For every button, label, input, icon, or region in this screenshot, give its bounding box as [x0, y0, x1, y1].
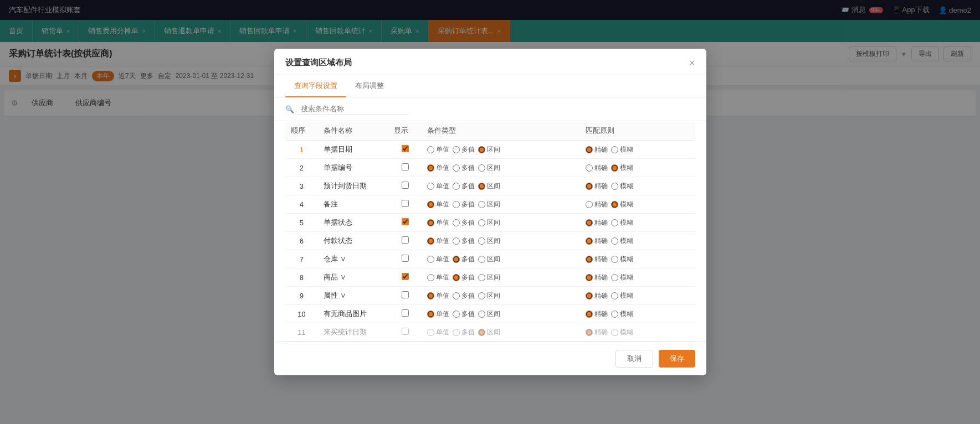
search-input[interactable] [297, 103, 408, 115]
modal-tabs: 查询字段设置 布局调整 [274, 75, 706, 97]
modal-search-area: 🔍 [274, 97, 706, 121]
tab-query-fields[interactable]: 查询字段设置 [285, 75, 346, 97]
modal-overlay: 设置查询区域布局 × 查询字段设置 布局调整 🔍 顺序 条件名称 [0, 0, 980, 121]
search-icon: 🔍 [285, 105, 294, 113]
modal-header: 设置查询区域布局 × [274, 49, 706, 75]
modal-close-button[interactable]: × [689, 58, 695, 68]
tab-layout-adjust[interactable]: 布局调整 [346, 75, 393, 97]
modal-title: 设置查询区域布局 [285, 58, 352, 68]
settings-modal: 设置查询区域布局 × 查询字段设置 布局调整 🔍 顺序 条件名称 [274, 49, 706, 121]
